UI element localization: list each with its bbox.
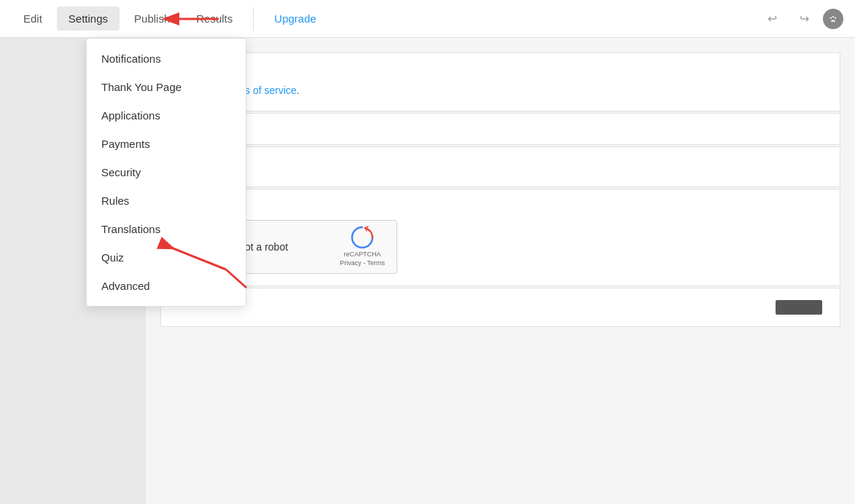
tab-publish[interactable]: Publish xyxy=(122,7,181,31)
nav-tabs: Edit Settings Publish Results Upgrade xyxy=(12,7,759,31)
dropdown-item-advanced[interactable]: Advanced xyxy=(87,272,246,300)
input-section: ext xyxy=(160,113,840,145)
tab-edit[interactable]: Edit xyxy=(12,7,54,31)
redo-button[interactable]: ↪ xyxy=(791,6,817,32)
tos-desc: ree to the terms of service. xyxy=(179,84,822,96)
recaptcha-icon xyxy=(351,226,374,249)
dropdown-item-translations[interactable]: Translations xyxy=(87,215,246,243)
redo-icon: ↪ xyxy=(800,12,809,25)
captcha-section-title: ation* xyxy=(179,201,822,213)
svg-point-1 xyxy=(830,17,832,18)
svg-point-2 xyxy=(832,15,834,17)
dropdown-item-rules[interactable]: Rules xyxy=(87,186,246,215)
dropdown-item-quiz[interactable]: Quiz xyxy=(87,243,246,272)
tab-upgrade[interactable]: Upgrade xyxy=(262,7,328,31)
tos-desc-suffix: . xyxy=(297,84,300,96)
dropdown-item-payments[interactable]: Payments xyxy=(87,130,246,158)
form-area: of Service* ree to the terms of service.… xyxy=(146,38,855,504)
undo-button[interactable]: ↩ xyxy=(759,6,785,32)
undo-icon: ↩ xyxy=(768,12,777,25)
submit-section xyxy=(160,288,840,327)
dropdown-item-thank-you-page[interactable]: Thank You Page xyxy=(87,73,246,101)
captcha-outer-section: ation* ✓ I'm not a robot reCAPTCHA Priva… xyxy=(160,189,840,286)
tab-results[interactable]: Results xyxy=(184,7,244,31)
settings-dropdown: Notifications Thank You Page Application… xyxy=(86,38,246,307)
empty-section xyxy=(160,146,840,187)
nav-actions: ↩ ↪ xyxy=(759,6,843,32)
palette-icon xyxy=(827,12,840,25)
tos-section: of Service* ree to the terms of service. xyxy=(160,52,840,111)
tab-settings[interactable]: Settings xyxy=(57,7,120,31)
dropdown-item-applications[interactable]: Applications xyxy=(87,101,246,130)
recaptcha-brand-text: reCAPTCHA Privacy - Terms xyxy=(340,251,385,267)
dropdown-item-security[interactable]: Security xyxy=(87,158,246,186)
submit-button[interactable] xyxy=(776,300,822,315)
captcha-logo-area: reCAPTCHA Privacy - Terms xyxy=(340,226,385,267)
tos-title: of Service* xyxy=(179,68,822,80)
svg-point-3 xyxy=(835,17,836,18)
nav-divider xyxy=(253,7,254,31)
top-nav: Edit Settings Publish Results Upgrade ↩ … xyxy=(0,0,855,38)
dropdown-item-notifications[interactable]: Notifications xyxy=(87,44,246,73)
svg-point-0 xyxy=(828,13,839,24)
palette-button[interactable] xyxy=(823,9,843,29)
